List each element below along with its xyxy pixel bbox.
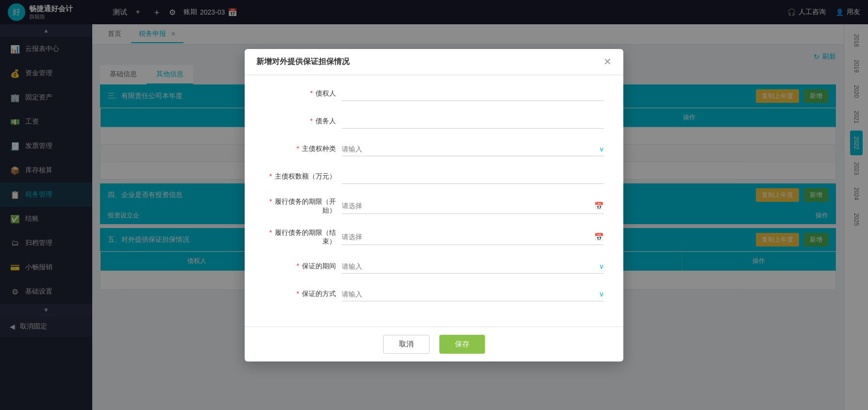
form-row-date-end: * 履行债务的期限（结束） 📅 xyxy=(264,229,604,246)
label-debtor: * 债务人 xyxy=(264,117,342,126)
chevron-down-icon-2: ∨ xyxy=(599,262,604,270)
label-date-end: * 履行债务的期限（结束） xyxy=(264,229,342,246)
label-creditor: * 债权人 xyxy=(264,89,342,98)
chevron-down-icon-3: ∨ xyxy=(599,290,604,298)
select-guarantee-period[interactable]: ∨ xyxy=(342,260,604,274)
save-button[interactable]: 保存 xyxy=(439,335,485,354)
label-debt-amount: * 主债权数额（万元） xyxy=(264,172,342,181)
form-row-guarantee-period: * 保证的期间 ∨ xyxy=(264,260,604,274)
form-row-date-start: * 履行债务的期限（开始） 📅 xyxy=(264,197,604,215)
dialog-header: 新增对外提供保证担保情况 ✕ xyxy=(245,49,623,75)
form-row-debt-type: * 主债权种类 ∨ xyxy=(264,142,604,156)
date-start-wrap: 📅 xyxy=(342,198,604,214)
input-creditor[interactable] xyxy=(342,87,604,101)
add-guarantee-dialog: 新增对外提供保证担保情况 ✕ * 债权人 * 债务人 xyxy=(245,49,623,361)
calendar-start-icon[interactable]: 📅 xyxy=(594,201,604,211)
input-debt-amount[interactable] xyxy=(342,170,604,184)
select-guarantee-method[interactable]: ∨ xyxy=(342,287,604,301)
date-end-wrap: 📅 xyxy=(342,230,604,245)
select-guarantee-period-input[interactable] xyxy=(342,262,599,270)
date-start-input[interactable] xyxy=(342,202,594,210)
label-debt-type: * 主债权种类 xyxy=(264,145,342,153)
form-row-guarantee-method: * 保证的方式 ∨ xyxy=(264,287,604,301)
input-debtor[interactable] xyxy=(342,115,604,129)
chevron-down-icon: ∨ xyxy=(599,145,604,153)
calendar-end-icon[interactable]: 📅 xyxy=(594,232,604,242)
select-guarantee-method-input[interactable] xyxy=(342,290,599,298)
label-date-start: * 履行债务的期限（开始） xyxy=(264,197,342,215)
select-debt-type[interactable]: ∨ xyxy=(342,142,604,156)
label-guarantee-method: * 保证的方式 xyxy=(264,290,342,298)
dialog-body: * 债权人 * 债务人 * 主债权种类 xyxy=(245,75,623,327)
dialog-title: 新增对外提供保证担保情况 xyxy=(256,57,350,67)
dialog-overlay: 新增对外提供保证担保情况 ✕ * 债权人 * 债务人 xyxy=(0,0,868,410)
form-row-creditor: * 债权人 xyxy=(264,87,604,101)
cancel-button[interactable]: 取消 xyxy=(383,335,430,354)
select-debt-type-input[interactable] xyxy=(342,145,599,153)
form-row-debtor: * 债务人 xyxy=(264,115,604,129)
label-guarantee-period: * 保证的期间 xyxy=(264,262,342,271)
dialog-close-icon[interactable]: ✕ xyxy=(603,57,612,66)
date-end-input[interactable] xyxy=(342,233,594,241)
form-row-debt-amount: * 主债权数额（万元） xyxy=(264,170,604,184)
dialog-footer: 取消 保存 xyxy=(245,327,623,361)
